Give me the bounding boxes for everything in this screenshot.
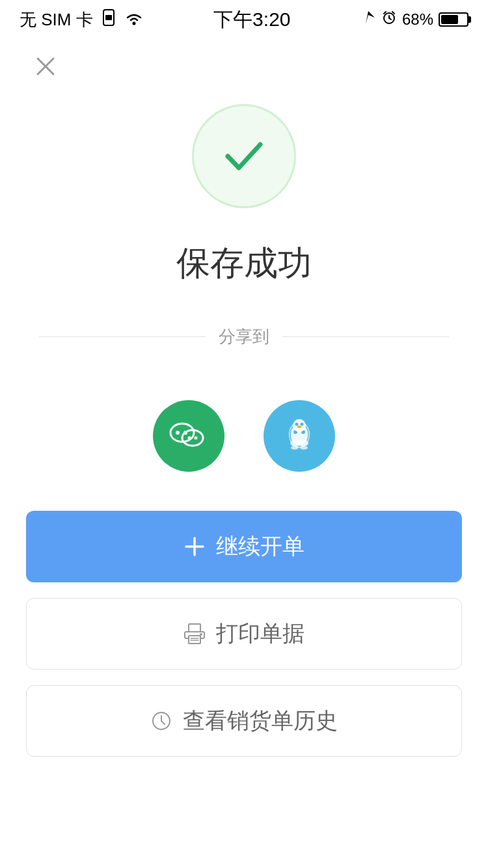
status-left: 无 SIM 卡 (20, 8, 144, 31)
svg-point-30 (200, 633, 202, 636)
divider-right (282, 336, 449, 337)
divider-left (39, 336, 206, 337)
alarm-icon (381, 10, 397, 29)
main-content: 保存成功 分享到 (0, 39, 488, 757)
svg-point-10 (187, 436, 191, 439)
svg-point-17 (298, 440, 308, 446)
share-icons-container (153, 400, 335, 472)
wifi-icon (124, 10, 144, 30)
svg-point-23 (297, 426, 301, 428)
success-title: 保存成功 (176, 241, 312, 286)
actions-container: 继续开单 打印单据 查看销货单历史 (0, 511, 488, 757)
svg-point-7 (176, 431, 180, 435)
svg-rect-26 (189, 624, 200, 632)
svg-point-19 (300, 446, 308, 450)
sim-icon (100, 8, 118, 31)
continue-button[interactable]: 继续开单 (26, 511, 462, 582)
history-button[interactable]: 查看销货单历史 (26, 685, 462, 757)
history-label: 查看销货单历史 (183, 706, 338, 736)
carrier-text: 无 SIM 卡 (20, 8, 93, 31)
svg-point-22 (300, 422, 303, 426)
battery-icon (439, 12, 468, 27)
battery-percent: 68% (402, 10, 433, 29)
svg-point-11 (194, 436, 197, 439)
share-section: 分享到 (0, 325, 488, 374)
share-divider: 分享到 (39, 325, 449, 348)
continue-label: 继续开单 (216, 532, 305, 562)
wechat-share-button[interactable] (153, 400, 224, 472)
share-label: 分享到 (219, 325, 269, 348)
print-label: 打印单据 (216, 619, 305, 649)
success-icon-circle (192, 104, 296, 208)
svg-point-2 (132, 21, 135, 25)
status-right: 68% (360, 10, 468, 29)
status-time: 下午3:20 (213, 7, 290, 33)
status-bar: 无 SIM 卡 下午3:20 (0, 0, 488, 39)
qq-share-button[interactable] (264, 400, 335, 472)
svg-point-18 (291, 446, 299, 450)
print-button[interactable]: 打印单据 (26, 598, 462, 670)
svg-rect-1 (105, 15, 112, 20)
svg-rect-27 (189, 636, 200, 644)
svg-point-21 (295, 422, 298, 426)
close-button[interactable] (26, 47, 65, 86)
location-icon (360, 10, 376, 29)
